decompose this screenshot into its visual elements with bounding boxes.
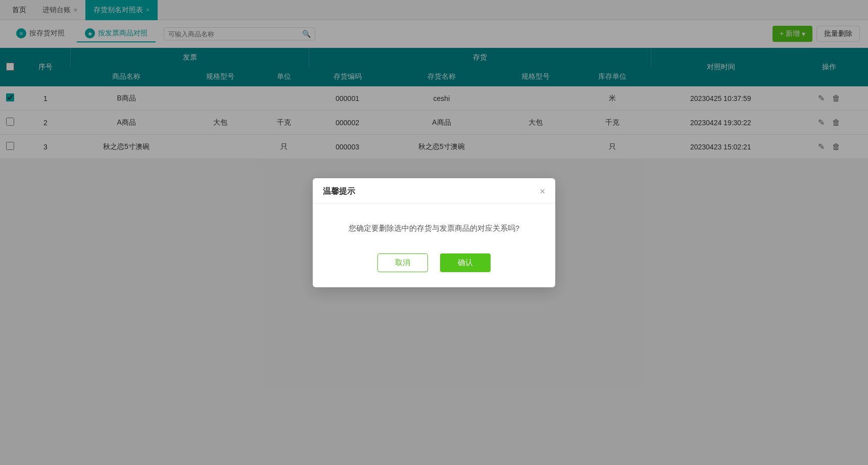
dialog-overlay: 温馨提示 × 您确定要删除选中的存货与发票商品的对应关系吗? 取消 确认 [0,0,868,465]
dialog-header: 温馨提示 × [313,178,555,203]
dialog-cancel-button[interactable]: 取消 [377,253,428,272]
dialog-message: 您确定要删除选中的存货与发票商品的对应关系吗? [349,224,519,232]
confirm-dialog: 温馨提示 × 您确定要删除选中的存货与发票商品的对应关系吗? 取消 确认 [313,178,555,287]
dialog-body: 您确定要删除选中的存货与发票商品的对应关系吗? [313,203,555,248]
dialog-close-button[interactable]: × [540,187,545,196]
dialog-confirm-button[interactable]: 确认 [440,253,491,272]
dialog-footer: 取消 确认 [313,248,555,287]
dialog-title: 温馨提示 [323,186,355,197]
